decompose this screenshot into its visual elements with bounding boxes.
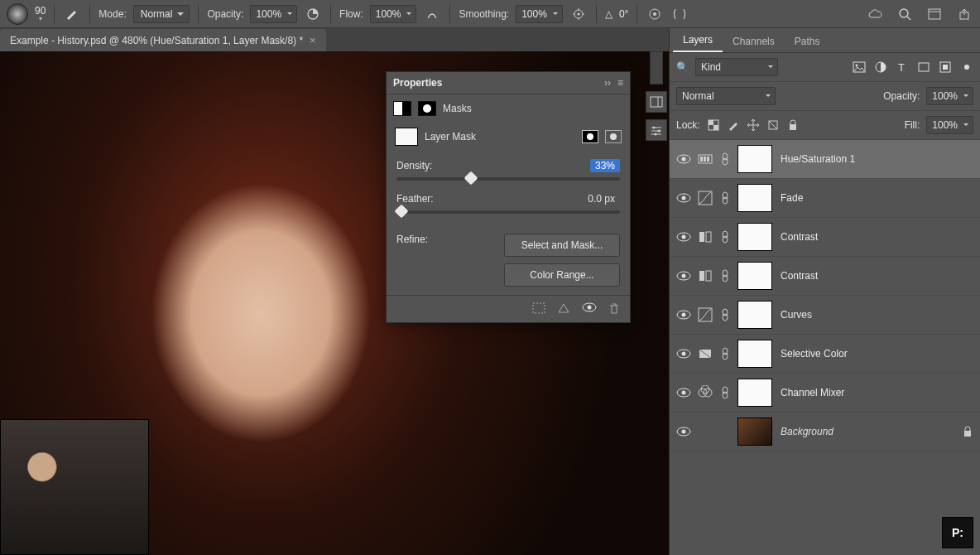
collapse-icon[interactable]: ›› xyxy=(604,77,611,89)
layer-row[interactable]: Contrast xyxy=(670,257,980,296)
layer-name[interactable]: Fade xyxy=(781,192,803,204)
link-icon[interactable] xyxy=(721,347,729,360)
link-icon[interactable] xyxy=(721,269,729,282)
lock-brush-icon[interactable] xyxy=(727,118,740,132)
smoothing-options-icon[interactable] xyxy=(569,5,588,23)
mask-thumbnail[interactable] xyxy=(737,262,772,290)
artboard-icon[interactable] xyxy=(960,60,973,74)
blend-mode-dropdown[interactable]: Normal xyxy=(133,5,190,23)
density-slider[interactable] xyxy=(396,177,620,181)
layer-row[interactable]: Curves xyxy=(670,296,980,335)
visibility-icon[interactable] xyxy=(676,193,689,203)
add-vector-mask-icon[interactable] xyxy=(605,130,622,143)
link-icon[interactable] xyxy=(721,308,729,321)
layer-name[interactable]: Channel Mixer xyxy=(781,387,844,398)
adjust-icon[interactable] xyxy=(874,60,887,74)
disable-mask-icon[interactable] xyxy=(582,302,597,316)
select-and-mask-button[interactable]: Select and Mask... xyxy=(504,234,620,257)
cloud-docs-icon[interactable] xyxy=(866,5,884,23)
image-icon[interactable] xyxy=(853,60,866,74)
feather-value[interactable]: 0.0 px xyxy=(583,192,620,205)
type-icon[interactable]: T xyxy=(896,60,909,74)
svg-point-45 xyxy=(723,158,728,165)
vector-mask-icon[interactable] xyxy=(418,101,436,116)
density-value[interactable]: 33% xyxy=(590,159,620,172)
shape-icon[interactable] xyxy=(917,60,930,74)
adjustments-dock-icon[interactable] xyxy=(646,119,667,141)
pressure-opacity-icon[interactable] xyxy=(304,5,322,23)
document-tab[interactable]: Example - History.psd @ 480% (Hue/Satura… xyxy=(0,29,326,51)
link-icon[interactable] xyxy=(721,230,729,244)
layer-row[interactable]: Fade xyxy=(670,179,980,218)
feather-slider[interactable] xyxy=(396,210,620,214)
smart-icon[interactable] xyxy=(939,60,952,74)
layer-opacity-dropdown[interactable]: 100% xyxy=(926,87,973,105)
lock-move-icon[interactable] xyxy=(747,118,760,132)
mask-thumbnail[interactable] xyxy=(737,379,772,407)
search-icon[interactable] xyxy=(896,5,914,23)
brush-preview[interactable] xyxy=(7,3,28,25)
lock-icon[interactable] xyxy=(962,425,973,438)
fill-dropdown[interactable]: 100% xyxy=(926,116,973,134)
share-icon[interactable] xyxy=(955,5,973,23)
panel-menu-icon[interactable]: ≡ xyxy=(617,77,623,89)
pressure-size-icon[interactable] xyxy=(646,5,664,23)
visibility-icon[interactable] xyxy=(676,271,689,281)
layer-name[interactable]: Selective Color xyxy=(781,348,848,360)
brush-size-value[interactable]: 90 xyxy=(35,6,46,16)
arrange-docs-icon[interactable] xyxy=(925,5,944,23)
layer-row[interactable]: Channel Mixer xyxy=(670,374,980,413)
visibility-icon[interactable] xyxy=(676,427,689,437)
brush-panel-icon[interactable] xyxy=(63,5,81,23)
layer-name[interactable]: Background xyxy=(781,426,833,437)
layer-thumbnail[interactable] xyxy=(737,417,772,446)
current-mask-thumb[interactable] xyxy=(395,128,418,146)
lock-transparent-icon[interactable] xyxy=(707,118,720,132)
visibility-icon[interactable] xyxy=(676,154,689,164)
visibility-icon[interactable] xyxy=(676,232,689,242)
flow-dropdown[interactable]: 100% xyxy=(370,5,417,23)
layer-row[interactable]: Selective Color xyxy=(670,335,980,374)
link-icon[interactable] xyxy=(721,152,729,166)
adjustment-icon xyxy=(698,346,713,361)
layer-name[interactable]: Contrast xyxy=(781,270,818,282)
mask-thumbnail[interactable] xyxy=(737,223,772,251)
pixel-mask-icon[interactable] xyxy=(393,101,411,116)
lock-all-icon[interactable] xyxy=(786,118,800,132)
panel-tab-channels[interactable]: Channels xyxy=(723,31,785,52)
airbrush-icon[interactable] xyxy=(423,5,441,23)
panel-tab-paths[interactable]: Paths xyxy=(785,31,830,52)
mask-thumbnail[interactable] xyxy=(737,184,772,212)
layer-name[interactable]: Curves xyxy=(781,309,812,321)
color-range-button[interactable]: Color Range... xyxy=(504,263,620,287)
visibility-icon[interactable] xyxy=(676,349,689,359)
mask-thumbnail[interactable] xyxy=(737,340,772,368)
filter-kind-dropdown[interactable]: Kind xyxy=(695,58,778,76)
symmetry-icon[interactable] xyxy=(670,5,689,23)
apply-mask-icon[interactable] xyxy=(557,302,570,316)
visibility-icon[interactable] xyxy=(676,388,689,398)
opacity-dropdown[interactable]: 100% xyxy=(250,5,297,23)
mask-from-selection-icon[interactable] xyxy=(532,302,545,316)
layer-row[interactable]: Background xyxy=(670,413,980,451)
search-icon[interactable]: 🔍 xyxy=(676,61,689,73)
lock-artboard-icon[interactable] xyxy=(766,118,780,132)
layer-name[interactable]: Hue/Saturation 1 xyxy=(781,153,855,165)
layer-name[interactable]: Contrast xyxy=(781,231,818,243)
mask-thumbnail[interactable] xyxy=(737,301,772,329)
add-pixel-mask-icon[interactable] xyxy=(582,130,598,143)
panel-tab-layers[interactable]: Layers xyxy=(673,29,723,52)
angle-value[interactable]: 0° xyxy=(619,8,628,20)
mask-thumbnail[interactable] xyxy=(737,145,772,173)
dock-toggle-icon[interactable] xyxy=(646,91,667,113)
smoothing-dropdown[interactable]: 100% xyxy=(516,5,563,23)
layer-blend-dropdown[interactable]: Normal xyxy=(676,87,776,105)
visibility-icon[interactable] xyxy=(676,310,689,320)
link-icon[interactable] xyxy=(721,386,729,399)
layer-row[interactable]: Contrast xyxy=(670,218,980,257)
close-tab-icon[interactable]: × xyxy=(310,34,316,46)
layer-row[interactable]: Hue/Saturation 1 xyxy=(670,140,980,179)
delete-mask-icon[interactable] xyxy=(608,302,620,316)
link-icon[interactable] xyxy=(721,191,729,205)
svg-point-9 xyxy=(900,9,908,17)
